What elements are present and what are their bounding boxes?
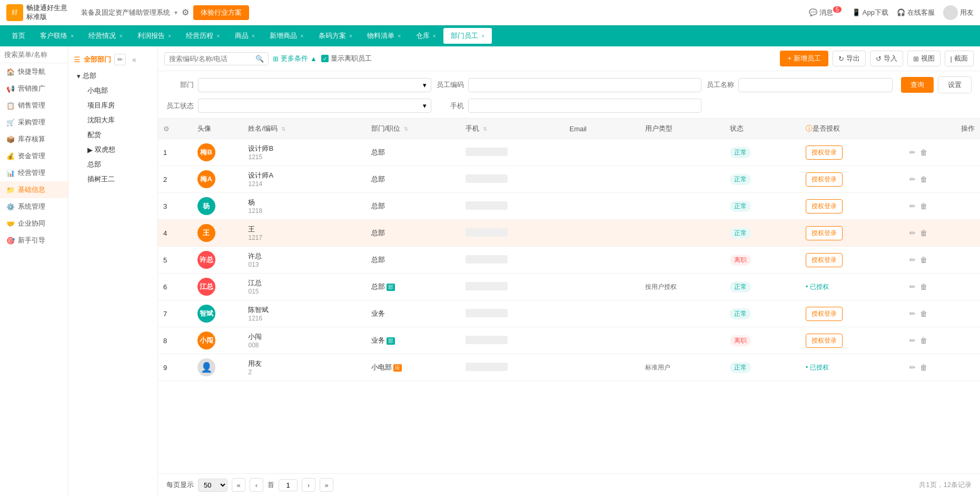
tab-employees[interactable]: 部门员工 × bbox=[443, 28, 492, 44]
emp-status-select[interactable]: ▾ bbox=[198, 99, 431, 113]
phone-input[interactable] bbox=[468, 99, 701, 113]
close-icon[interactable]: × bbox=[398, 33, 401, 39]
auth-button[interactable]: 授权登录 bbox=[806, 226, 843, 240]
tab-customer[interactable]: 客户联络 × bbox=[33, 28, 81, 44]
close-icon[interactable]: × bbox=[252, 33, 255, 39]
delete-icon[interactable]: 🗑 bbox=[920, 336, 927, 345]
delete-icon[interactable]: 🗑 bbox=[920, 256, 927, 264]
search-employee-input[interactable] bbox=[169, 55, 253, 63]
edit-icon[interactable]: ✏ bbox=[909, 175, 916, 183]
dropdown-arrow-icon[interactable]: ▾ bbox=[174, 9, 177, 16]
search-input[interactable] bbox=[4, 51, 68, 59]
tab-barcode[interactable]: 条码方案 × bbox=[311, 28, 360, 44]
auth-button[interactable]: 授权登录 bbox=[806, 307, 843, 321]
trial-button[interactable]: 体验行业方案 bbox=[193, 5, 249, 20]
auth-button[interactable]: 授权登录 bbox=[806, 145, 843, 160]
close-icon[interactable]: × bbox=[349, 33, 352, 39]
dept-node-zongbu2[interactable]: 总部 bbox=[75, 157, 157, 172]
query-button[interactable]: 查询 bbox=[901, 77, 934, 93]
sidebar-item-inventory[interactable]: 📦 库存核算 bbox=[0, 131, 68, 148]
auth-button[interactable]: 授权登录 bbox=[806, 199, 843, 213]
col-phone-header[interactable]: 手机 ⇅ bbox=[460, 119, 564, 139]
auth-button[interactable]: 授权登录 bbox=[806, 334, 843, 348]
set-button[interactable]: 设置 bbox=[938, 76, 972, 93]
dept-node-chashuwang[interactable]: 插树王二 bbox=[75, 172, 157, 187]
sidebar-item-purchase[interactable]: 🛒 采购管理 bbox=[0, 114, 68, 131]
auth-button[interactable]: 授权登录 bbox=[806, 172, 843, 187]
tab-home[interactable]: 首页 bbox=[4, 28, 33, 44]
sidebar-item-operations[interactable]: 📊 经营管理 bbox=[0, 164, 68, 181]
dept-edit-button[interactable]: ✏ bbox=[114, 54, 126, 65]
emp-name-input[interactable] bbox=[738, 78, 893, 92]
delete-icon[interactable]: 🗑 bbox=[920, 229, 927, 237]
tab-warehouse[interactable]: 仓库 × bbox=[409, 28, 443, 44]
edit-icon[interactable]: ✏ bbox=[909, 202, 916, 210]
import-button[interactable]: ↺ 导入 bbox=[870, 51, 903, 66]
app-download-button[interactable]: 📱 App下载 bbox=[852, 8, 888, 17]
tab-profit[interactable]: 利润报告 × bbox=[130, 28, 179, 44]
edit-icon[interactable]: ✏ bbox=[909, 309, 916, 318]
col-dept-header[interactable]: 部门/职位 ⇅ bbox=[366, 119, 460, 139]
close-icon[interactable]: × bbox=[168, 33, 171, 39]
next-page-button[interactable]: › bbox=[302, 478, 315, 492]
delete-icon[interactable]: 🗑 bbox=[920, 283, 927, 291]
close-icon[interactable]: × bbox=[71, 33, 74, 39]
dept-node-shuanghu[interactable]: ▶ 双虎想 bbox=[75, 142, 157, 157]
dept-node-shenyang[interactable]: 沈阳大库 bbox=[75, 113, 157, 128]
dept-node-xiaodibu[interactable]: 小电部 bbox=[75, 83, 157, 98]
col-settings[interactable]: ⚙ bbox=[158, 119, 192, 139]
add-employee-button[interactable]: + 新增员工 bbox=[780, 51, 828, 66]
tab-bom[interactable]: 物料清单 × bbox=[360, 28, 408, 44]
edit-icon[interactable]: ✏ bbox=[909, 283, 916, 291]
dept-collapse-button[interactable]: « bbox=[129, 54, 140, 65]
first-page-button[interactable]: « bbox=[232, 478, 245, 492]
delete-icon[interactable]: 🗑 bbox=[920, 175, 927, 183]
delete-icon[interactable]: 🗑 bbox=[920, 148, 927, 157]
view-button[interactable]: ⊞ 视图 bbox=[907, 51, 941, 66]
edit-icon[interactable]: ✏ bbox=[909, 363, 916, 372]
tab-add-goods[interactable]: 新增商品 × bbox=[262, 28, 311, 44]
dept-node-peihuo[interactable]: 配货 bbox=[75, 128, 157, 142]
gear-icon[interactable]: ⚙ bbox=[182, 7, 189, 17]
sidebar-item-enterprise[interactable]: 🤝 企业协同 bbox=[0, 215, 68, 232]
sidebar-item-basic-info[interactable]: 📁 基础信息 bbox=[0, 181, 68, 198]
close-icon[interactable]: × bbox=[216, 33, 220, 39]
prev-page-button[interactable]: ‹ bbox=[250, 478, 263, 492]
show-inactive-toggle[interactable]: ✓ 显示离职员工 bbox=[321, 54, 372, 63]
edit-icon[interactable]: ✏ bbox=[909, 256, 916, 264]
auth-button[interactable]: 授权登录 bbox=[806, 253, 843, 267]
col-name-header[interactable]: 姓名/编码 ⇅ bbox=[243, 119, 365, 139]
page-number-input[interactable] bbox=[279, 479, 298, 491]
edit-icon[interactable]: ✏ bbox=[909, 229, 916, 237]
close-icon[interactable]: × bbox=[481, 33, 484, 39]
close-icon[interactable]: × bbox=[300, 33, 303, 39]
sidebar-item-finance[interactable]: 💰 资金管理 bbox=[0, 148, 68, 164]
export-button[interactable]: ↻ 导出 bbox=[833, 51, 866, 66]
sidebar-item-quick-nav[interactable]: 🏠 快捷导航 bbox=[0, 63, 68, 80]
emp-code-input[interactable] bbox=[468, 78, 701, 92]
tab-history[interactable]: 经营历程 × bbox=[179, 28, 227, 44]
delete-icon[interactable]: 🗑 bbox=[920, 363, 927, 372]
more-button[interactable]: | 截面 bbox=[945, 51, 974, 66]
dept-node-xiangmu[interactable]: 项目库房 bbox=[75, 98, 157, 113]
tab-goods[interactable]: 商品 × bbox=[227, 28, 262, 44]
online-service-button[interactable]: 🎧 在线客服 bbox=[897, 8, 935, 17]
dept-node-zongbu[interactable]: ▾ 总部 bbox=[68, 69, 157, 83]
edit-icon[interactable]: ✏ bbox=[909, 148, 916, 157]
sidebar-item-marketing[interactable]: 📢 营销推广 bbox=[0, 80, 68, 97]
last-page-button[interactable]: » bbox=[320, 478, 333, 492]
dept-select[interactable]: ▾ bbox=[198, 78, 431, 92]
edit-icon[interactable]: ✏ bbox=[909, 336, 916, 345]
sidebar-item-guide[interactable]: 🎯 新手引导 bbox=[0, 232, 68, 249]
close-icon[interactable]: × bbox=[433, 33, 436, 39]
delete-icon[interactable]: 🗑 bbox=[920, 309, 927, 318]
sidebar-item-system[interactable]: ⚙️ 系统管理 bbox=[0, 198, 68, 215]
user-button[interactable]: 用友 bbox=[943, 5, 974, 20]
message-button[interactable]: 💬 消息 5 bbox=[809, 8, 844, 17]
page-size-select[interactable]: 50 20 100 bbox=[198, 479, 227, 492]
tab-operations[interactable]: 经营情况 × bbox=[81, 28, 130, 44]
more-filter-button[interactable]: ⊞ 更多条件 ▲ bbox=[273, 54, 317, 63]
sidebar-item-sales[interactable]: 📋 销售管理 bbox=[0, 97, 68, 114]
close-icon[interactable]: × bbox=[119, 33, 122, 39]
delete-icon[interactable]: 🗑 bbox=[920, 202, 927, 210]
